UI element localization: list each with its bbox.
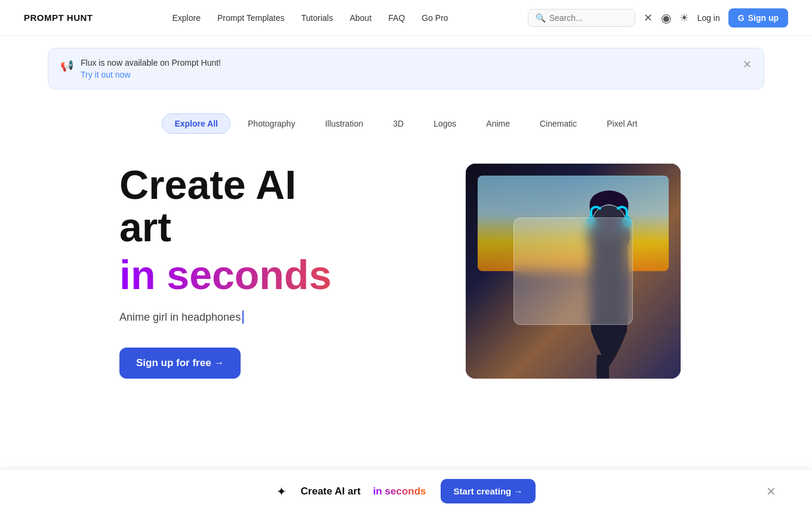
tab-explore-all[interactable]: Explore All bbox=[162, 113, 230, 134]
tab-logos[interactable]: Logos bbox=[421, 113, 469, 134]
tab-illustration[interactable]: Illustration bbox=[312, 113, 376, 134]
signup-button[interactable]: G Sign up bbox=[728, 8, 788, 27]
discord-button[interactable]: ◉ bbox=[661, 11, 671, 25]
login-button[interactable]: Log in bbox=[697, 13, 720, 23]
tab-cinematic[interactable]: Cinematic bbox=[527, 113, 589, 134]
tab-photography[interactable]: Photography bbox=[235, 113, 307, 134]
discord-icon: ◉ bbox=[661, 11, 671, 25]
hero-section: Create AI art in seconds Anime girl in h… bbox=[48, 152, 764, 414]
search-bar[interactable]: 🔍 bbox=[528, 9, 635, 27]
hero-right bbox=[466, 164, 693, 379]
theme-toggle[interactable]: ☀ bbox=[679, 11, 689, 24]
tab-anime[interactable]: Anime bbox=[473, 113, 522, 134]
hero-image bbox=[466, 164, 681, 379]
twitter-button[interactable]: ✕ bbox=[644, 11, 653, 24]
nav-faq[interactable]: FAQ bbox=[388, 13, 405, 23]
nav-explore[interactable]: Explore bbox=[172, 13, 200, 23]
nav-go-pro[interactable]: Go Pro bbox=[422, 13, 448, 23]
sun-icon: ☀ bbox=[679, 11, 689, 24]
banner-link[interactable]: Try it out now bbox=[81, 70, 221, 79]
tab-pixel-art[interactable]: Pixel Art bbox=[594, 113, 650, 134]
tab-3d[interactable]: 3D bbox=[380, 113, 416, 134]
banner-content: 📢 Flux is now available on Prompt Hunt! … bbox=[60, 58, 221, 79]
signup-free-button[interactable]: Sign up for free → bbox=[119, 348, 241, 379]
nav-about[interactable]: About bbox=[350, 13, 372, 23]
banner-close-button[interactable]: ✕ bbox=[743, 58, 752, 71]
megaphone-icon: 📢 bbox=[60, 59, 73, 72]
hero-subtitle: Anime girl in headphones bbox=[119, 311, 442, 324]
search-icon: 🔍 bbox=[536, 13, 546, 23]
logo: PROMPT HUNT bbox=[24, 13, 93, 23]
text-cursor bbox=[242, 311, 244, 324]
nav-links: Explore Prompt Templates Tutorials About… bbox=[172, 13, 448, 23]
hero-gradient-text: in seconds bbox=[119, 254, 442, 296]
category-tabs: Explore All Photography Illustration 3D … bbox=[0, 102, 812, 152]
banner-text: Flux is now available on Prompt Hunt! bbox=[81, 58, 221, 67]
navbar: PROMPT HUNT Explore Prompt Templates Tut… bbox=[0, 0, 812, 36]
google-icon: G bbox=[738, 13, 745, 23]
hero-image-background bbox=[466, 164, 681, 379]
announcement-banner: 📢 Flux is now available on Prompt Hunt! … bbox=[48, 48, 764, 90]
overlay-card bbox=[513, 217, 633, 325]
signup-label: Sign up bbox=[748, 13, 779, 23]
hero-title-line1: Create AI art bbox=[119, 164, 442, 249]
hero-left: Create AI art in seconds Anime girl in h… bbox=[119, 164, 442, 379]
nav-right: 🔍 ✕ ◉ ☀ Log in G Sign up bbox=[528, 8, 788, 27]
nav-prompt-templates[interactable]: Prompt Templates bbox=[217, 13, 285, 23]
twitter-icon: ✕ bbox=[644, 11, 653, 24]
nav-tutorials[interactable]: Tutorials bbox=[302, 13, 333, 23]
search-input[interactable] bbox=[549, 13, 628, 23]
